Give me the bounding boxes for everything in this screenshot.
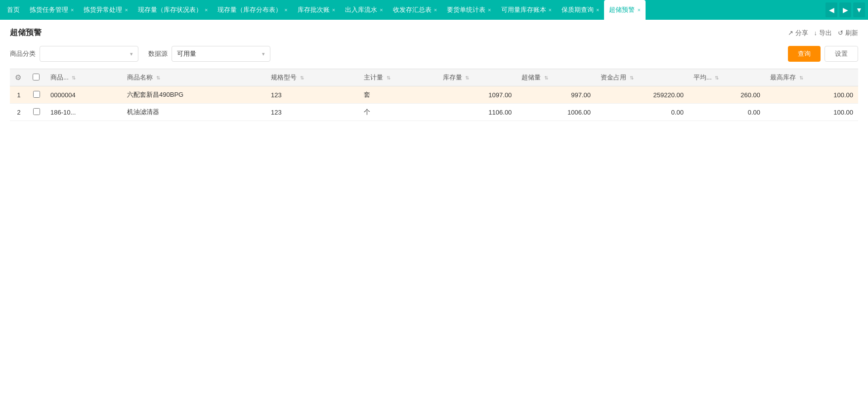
category-filter-group: 商品分类 ▾ [10,46,138,62]
cell-product-code: 0000004 [45,86,122,104]
cell-max-stock: 100.00 [765,104,858,121]
row-checkbox-cell [28,104,45,121]
sort-over-stock-icon: ⇅ [544,75,548,80]
close-icon[interactable]: × [549,7,552,13]
datasource-filter-group: 数据源 可用量 ▾ [148,46,270,62]
close-icon[interactable]: × [125,7,128,13]
refresh-button[interactable]: ↺ 刷新 [838,29,858,38]
th-num [28,69,45,86]
page-title: 超储预警 [10,28,42,38]
close-icon[interactable]: × [434,7,437,13]
row-number: 1 [10,86,28,104]
th-over-stock[interactable]: 超储量 ⇅ [517,69,596,86]
th-spec[interactable]: 规格型号 ⇅ [266,69,359,86]
nav-next-button[interactable]: ▶ [839,2,851,17]
sort-stock-icon: ⇅ [465,75,469,80]
nav-item-----[interactable]: 超储预警× [604,0,645,20]
nav-item-label: 保质期查询 [562,5,594,14]
nav-item---[interactable]: 首页 [2,0,25,20]
close-icon[interactable]: × [71,7,74,13]
nav-more-button[interactable]: ▼ [853,2,865,17]
category-select[interactable]: ▾ [40,46,138,62]
refresh-label: 刷新 [845,29,858,38]
close-icon[interactable]: × [488,7,491,13]
table-header-row: ⚙ 商品... ⇅ 商品名称 ⇅ 规格型号 ⇅ 主计量 [10,69,858,86]
share-label: 分享 [795,29,808,38]
sort-spec-icon: ⇅ [300,75,304,80]
nav-item-label: 拣货任务管理 [30,5,68,14]
cell-stock: 1097.00 [438,86,517,104]
datasource-select[interactable]: 可用量 ▾ [172,46,270,62]
refresh-icon: ↺ [838,29,843,37]
th-stock[interactable]: 库存量 ⇅ [438,69,517,86]
row-number: 2 [10,104,28,121]
cell-unit: 个 [359,104,438,121]
nav-item-label: 超储预警 [609,5,635,14]
share-icon: ↗ [788,29,793,37]
nav-item-label: 库存批次账 [298,5,330,14]
th-avg[interactable]: 平均... ⇅ [689,69,765,86]
close-icon[interactable]: × [380,7,383,13]
cell-spec: 123 [266,104,359,121]
nav-item-label: 拣货异常处理 [84,5,122,14]
export-button[interactable]: ↓ 导出 [814,29,832,38]
sort-max-stock-icon: ⇅ [799,75,803,80]
row-checkbox-cell [28,86,45,104]
nav-item-label: 可用量库存账本 [501,5,546,14]
datasource-value: 可用量 [177,49,196,58]
cell-capital: 0.00 [596,104,689,121]
close-icon[interactable]: × [596,7,599,13]
nav-item-----------[interactable]: 现存量（库存状况表）× [133,0,213,20]
nav-item--------[interactable]: 可用量库存账本× [496,0,557,20]
th-max-stock[interactable]: 最高库存 ⇅ [765,69,858,86]
cell-unit: 套 [359,86,438,104]
share-button[interactable]: ↗ 分享 [788,29,808,38]
close-icon[interactable]: × [332,7,335,13]
nav-arrows: ◀ ▶ ▼ [825,2,866,17]
nav-item-label: 首页 [7,5,20,14]
sort-product-name-icon: ⇅ [156,75,160,80]
query-button[interactable]: 查询 [788,46,821,62]
th-capital[interactable]: 资金占用 ⇅ [596,69,689,86]
close-icon[interactable]: × [284,7,287,13]
export-icon: ↓ [814,29,818,37]
table-row: 10000004六配套新昌490BPG123套1097.00997.002592… [10,86,858,104]
select-all-checkbox[interactable] [33,74,40,80]
cell-over-stock: 997.00 [517,86,596,104]
header-actions: ↗ 分享 ↓ 导出 ↺ 刷新 [788,29,859,38]
nav-item-------[interactable]: 拣货异常处理× [79,0,132,20]
data-table: ⚙ 商品... ⇅ 商品名称 ⇅ 规格型号 ⇅ 主计量 [10,69,858,121]
top-nav: 首页拣货任务管理×拣货异常处理×现存量（库存状况表）×现存量（库存分布表）×库存… [0,0,868,20]
nav-item-------[interactable]: 拣货任务管理× [25,0,79,20]
page-header: 超储预警 ↗ 分享 ↓ 导出 ↺ 刷新 [10,28,858,38]
close-icon[interactable]: × [637,7,640,13]
close-icon[interactable]: × [205,7,208,13]
cell-over-stock: 1006.00 [517,104,596,121]
nav-item-label: 现存量（库存分布表） [217,5,282,14]
th-product-code[interactable]: 商品... ⇅ [45,69,122,86]
th-gear: ⚙ [10,69,28,86]
nav-item------[interactable]: 出入库流水× [340,0,388,20]
nav-item-------[interactable]: 要货单统计表× [442,0,496,20]
nav-prev-button[interactable]: ◀ [825,2,837,17]
filter-row: 商品分类 ▾ 数据源 可用量 ▾ 查询 设置 [10,46,858,62]
nav-item------[interactable]: 库存批次账× [293,0,340,20]
nav-item-------[interactable]: 收发存汇总表× [388,0,442,20]
nav-item-label: 出入库流水 [345,5,377,14]
sort-product-code-icon: ⇅ [72,75,76,80]
cell-product-name: 机油滤清器 [122,104,266,121]
row-select-checkbox[interactable] [33,91,40,98]
nav-item------[interactable]: 保质期查询× [557,0,604,20]
cell-spec: 123 [266,86,359,104]
nav-item-label: 要货单统计表 [447,5,485,14]
settings-button[interactable]: 设置 [825,46,858,62]
row-select-checkbox[interactable] [33,108,40,115]
th-product-name[interactable]: 商品名称 ⇅ [122,69,266,86]
settings-gear-icon[interactable]: ⚙ [15,73,21,81]
datasource-chevron-icon: ▾ [262,51,265,57]
category-label: 商品分类 [10,49,36,58]
cell-product-name: 六配套新昌490BPG [122,86,266,104]
nav-item-----------[interactable]: 现存量（库存分布表）× [213,0,292,20]
th-unit[interactable]: 主计量 ⇅ [359,69,438,86]
cell-max-stock: 100.00 [765,86,858,104]
